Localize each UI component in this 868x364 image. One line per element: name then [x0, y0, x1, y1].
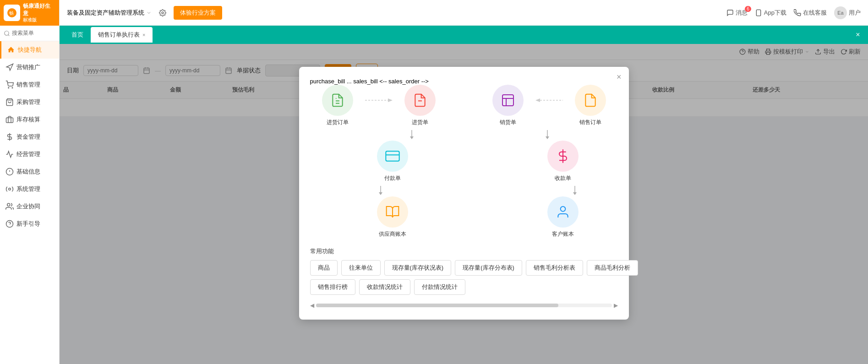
svg-rect-36	[502, 95, 513, 106]
h-scroll-right-arrow[interactable]: ▶	[614, 302, 618, 309]
sidebar-item-system[interactable]: 系统管理	[0, 180, 59, 198]
sidebar-item-collaboration[interactable]: 企业协同	[0, 198, 59, 215]
trial-btn[interactable]: 体验行业方案	[174, 6, 222, 20]
func-btn-product-profit[interactable]: 商品毛利分析	[587, 260, 638, 276]
quick-guide-panel: × purchase_bill ... sales_bill <-- sales…	[299, 67, 629, 320]
online-service-label: 在线客服	[803, 9, 827, 17]
online-service-action[interactable]: 在线客服	[794, 9, 827, 17]
sidebar-item-label: 企业协同	[16, 202, 40, 211]
supplier-account-circle	[377, 196, 408, 228]
sidebar-item-sales[interactable]: 销售管理	[0, 76, 59, 93]
message-badge: 6	[745, 6, 751, 12]
svg-rect-45	[386, 151, 399, 161]
app-download-label: App下载	[764, 9, 786, 17]
sidebar-item-marketing[interactable]: 营销推广	[0, 59, 59, 76]
sidebar-search[interactable]: 搜索菜单	[0, 26, 59, 41]
svg-point-12	[9, 188, 11, 190]
func-btn-payment-stats[interactable]: 付款情况统计	[414, 279, 465, 295]
flow-node-purchase-order[interactable]: 进货订单	[310, 85, 365, 126]
sidebar-item-guide[interactable]: 新手引导	[0, 215, 59, 233]
flow-node-customer-account[interactable]: 客户账本	[535, 196, 590, 238]
tabbar: 首页 销售订单执行表 × ×	[60, 26, 868, 44]
sidebar-item-label: 系统管理	[16, 185, 40, 193]
logo-text: 畅康通好生意 标准版	[23, 3, 55, 23]
receipt-label: 收款单	[555, 174, 571, 182]
content-area: 帮助 按模板打印 导出 刷新 日期	[60, 44, 868, 364]
svg-marker-42	[410, 136, 414, 139]
flow-node-purchase-bill[interactable]: 进货单	[393, 85, 448, 126]
h-scroll-container: ◀ ▶	[310, 302, 618, 309]
sidebar-item-label: 基础信息	[16, 168, 40, 176]
flow-node-sales-bill[interactable]: 销货单	[480, 85, 535, 126]
supplier-account-label: 供应商账本	[379, 230, 406, 238]
svg-rect-7	[6, 118, 13, 123]
app-download-action[interactable]: App下载	[755, 9, 786, 17]
func-btn-sales-rank[interactable]: 销售排行榜	[310, 279, 355, 295]
settings-icon-btn[interactable]	[156, 6, 169, 19]
func-btn-stock-status[interactable]: 现存量(库存状况表)	[384, 260, 452, 276]
topbar-right: 消息 6 App下载 在线客服 Ea 用户	[726, 6, 861, 19]
topbar: 装备及固定资产辅助管理系统 体验行业方案 消息 6 App下载	[60, 0, 868, 26]
avatar: Ea	[834, 6, 847, 19]
func-btn-product[interactable]: 商品	[310, 260, 338, 276]
payment-circle	[377, 141, 408, 172]
func-btn-row-1: 商品 往来单位 现存量(库存状况表) 现存量(库存分布表) 销售毛利分析表 商品…	[310, 260, 618, 276]
arrow-2	[535, 85, 563, 105]
purchase-order-circle	[322, 85, 353, 116]
func-btn-receipt-stats[interactable]: 收款情况统计	[359, 279, 410, 295]
sidebar-item-label: 新手引导	[16, 220, 40, 228]
tab-home-label: 首页	[71, 31, 83, 39]
func-btn-counterpart[interactable]: 往来单位	[341, 260, 381, 276]
panel-close-btn[interactable]: ×	[617, 72, 622, 82]
svg-point-13	[7, 203, 10, 206]
sidebar-item-home[interactable]: 快捷导航	[0, 41, 59, 59]
down-arrow-purchase	[396, 130, 427, 141]
sidebar-item-warehouse[interactable]: 库存核算	[0, 111, 59, 128]
func-btn-stock-distribution[interactable]: 现存量(库存分布表)	[455, 260, 522, 276]
sidebar-item-purchase[interactable]: 采购管理	[0, 93, 59, 111]
customer-account-circle	[547, 196, 579, 228]
sidebar-item-label: 经营管理	[16, 150, 40, 158]
customer-account-label: 客户账本	[552, 230, 574, 238]
func-btn-sales-profit[interactable]: 销售毛利分析表	[526, 260, 583, 276]
tab-close-icon[interactable]: ×	[142, 32, 145, 38]
svg-marker-44	[546, 136, 549, 139]
sidebar-item-label: 营销推广	[16, 63, 40, 71]
purchase-bill-circle	[404, 85, 436, 116]
sidebar-item-basic-info[interactable]: 基础信息	[0, 163, 59, 180]
flow-node-receipt[interactable]: 收款单	[535, 141, 590, 182]
svg-rect-17	[756, 10, 760, 16]
sidebar: 畅 畅康通好生意 标准版 搜索菜单 快捷导航 营销推广 销售管理	[0, 0, 60, 364]
message-action[interactable]: 消息 6	[726, 9, 748, 17]
func-btn-rows: 商品 往来单位 现存量(库存状况表) 现存量(库存分布表) 销售毛利分析表 商品…	[310, 260, 618, 295]
flow-node-supplier-account[interactable]: 供应商账本	[365, 196, 420, 238]
sidebar-nav: 快捷导航 营销推广 销售管理 采购管理 库存核算 资金管理	[0, 41, 59, 364]
system-name-label: 装备及固定资产辅助管理系统	[67, 9, 144, 17]
down-arrow-payment	[365, 186, 396, 196]
svg-text:畅: 畅	[9, 11, 14, 16]
tab-sales-order[interactable]: 销售订单执行表 ×	[91, 27, 153, 43]
payment-label: 付款单	[384, 174, 401, 182]
logo-icon: 畅	[4, 5, 20, 21]
system-name-dropdown[interactable]: 装备及固定资产辅助管理系统	[67, 9, 152, 17]
sales-bill-label: 销货单	[500, 119, 516, 126]
h-scroll-track[interactable]	[316, 304, 612, 307]
h-scroll-left-arrow[interactable]: ◀	[310, 302, 314, 309]
tab-home[interactable]: 首页	[64, 27, 91, 43]
tab-sales-order-label: 销售订单执行表	[98, 31, 140, 39]
sidebar-item-label: 库存核算	[16, 115, 40, 124]
flow-node-sales-order[interactable]: 销售订单	[563, 85, 618, 126]
svg-marker-40	[535, 98, 540, 102]
sales-order-label: 销售订单	[579, 119, 601, 126]
user-action[interactable]: Ea 用户	[834, 6, 861, 19]
sidebar-item-label: 快捷导航	[18, 46, 42, 54]
sidebar-item-finance[interactable]: 资金管理	[0, 128, 59, 146]
svg-point-5	[12, 87, 13, 88]
svg-marker-34	[388, 98, 393, 102]
tabbar-close-btn[interactable]: ×	[852, 29, 863, 40]
svg-marker-51	[573, 192, 577, 195]
sidebar-item-operations[interactable]: 经营管理	[0, 146, 59, 163]
svg-marker-49	[379, 192, 382, 195]
sidebar-item-label: 资金管理	[16, 133, 40, 141]
flow-node-payment[interactable]: 付款单	[365, 141, 420, 182]
